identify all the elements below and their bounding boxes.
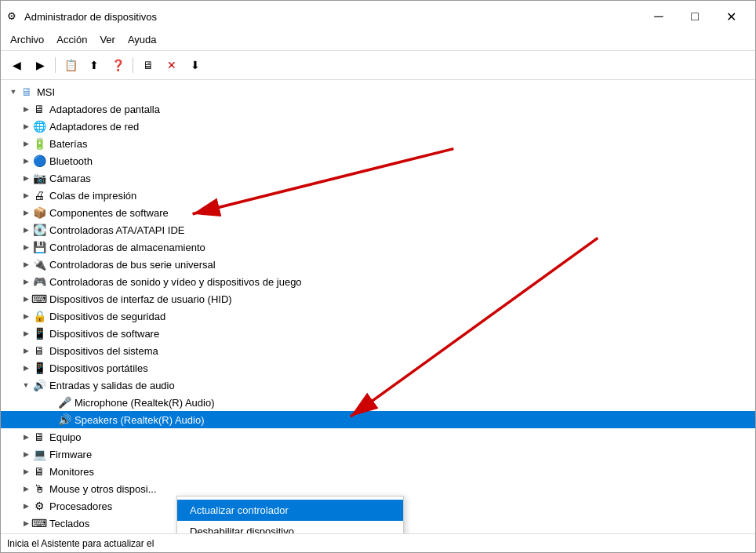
expand-icon[interactable]: ▶	[20, 310, 32, 322]
context-menu-deshabilitar[interactable]: Deshabilitar dispositivo	[177, 521, 403, 533]
tree-root-msi[interactable]: ▼ 🖥 MSI	[1, 83, 755, 100]
tree-item-hid[interactable]: ▶ ⌨ Dispositivos de interfaz de usuario …	[1, 290, 755, 307]
device-tree[interactable]: ▼ 🖥 MSI ▶ 🖥 Adaptadores de pantalla ▶ 🌐 …	[1, 80, 755, 533]
update-driver-button[interactable]: ⬆	[83, 54, 105, 76]
expand-icon[interactable]: ▶	[20, 120, 32, 133]
root-label: MSI	[37, 86, 55, 98]
expand-icon[interactable]: ▶	[20, 155, 32, 167]
expand-icon[interactable]: ▶	[20, 224, 32, 236]
expand-icon[interactable]: ▶	[20, 293, 32, 305]
expand-icon[interactable]: ▶	[20, 448, 32, 460]
expand-icon[interactable]: ▶	[20, 465, 32, 478]
tree-item-software[interactable]: ▶ 📱 Dispositivos de software	[1, 325, 755, 342]
item-icon: 📱	[32, 361, 46, 375]
expand-icon[interactable]: ▶	[20, 517, 32, 529]
toolbar: ◀ ▶ 📋 ⬆ ❓ 🖥 ✕ ⬇	[1, 51, 755, 80]
tree-item-bluetooth[interactable]: ▶ 🔵 Bluetooth	[1, 152, 755, 169]
expand-icon[interactable]: ▶	[20, 103, 32, 115]
menu-archivo[interactable]: Archivo	[4, 31, 50, 49]
expand-icon[interactable]: ▶	[20, 172, 32, 184]
item-icon: 🖥	[32, 464, 46, 478]
tree-item-firmware[interactable]: ▶ 💻 Firmware	[1, 446, 755, 463]
computer-icon: 🖥	[20, 85, 34, 99]
tree-item-adaptadores-pantalla[interactable]: ▶ 🖥 Adaptadores de pantalla	[1, 100, 755, 118]
tree-item-sistema[interactable]: ▶ 🖥 Dispositivos del sistema	[1, 342, 755, 359]
item-icon: 💽	[32, 223, 46, 237]
show-hidden-button[interactable]: 🖥	[137, 54, 159, 76]
tree-item-baterias[interactable]: ▶ 🔋 Baterías	[1, 135, 755, 152]
title-bar-left: ⚙ Administrador de dispositivos	[7, 10, 157, 23]
expand-icon[interactable]: ▶	[20, 344, 32, 357]
tree-item-monitores[interactable]: ▶ 🖥 Monitores	[1, 463, 755, 480]
item-icon: ⚙	[32, 499, 46, 513]
scan-button[interactable]: ⬇	[184, 54, 206, 76]
back-button[interactable]: ◀	[5, 54, 27, 76]
item-icon: 🔋	[32, 136, 46, 151]
tree-item-camaras[interactable]: ▶ 📷 Cámaras	[1, 169, 755, 187]
tree-item-entradas-salidas[interactable]: ▼ 🔊 Entradas y salidas de audio	[1, 377, 755, 394]
expand-icon[interactable]: ▶	[20, 258, 32, 271]
device-manager-window: ⚙ Administrador de dispositivos ─ □ ✕ Ar…	[0, 0, 756, 553]
tree-item-componentes[interactable]: ▶ 📦 Componentes de software	[1, 204, 755, 221]
tree-item-mouse[interactable]: ▶ 🖱 Mouse y otros disposi...	[1, 480, 755, 497]
remove-button[interactable]: ✕	[161, 54, 183, 76]
tree-item-seguridad[interactable]: ▶ 🔒 Dispositivos de seguridad	[1, 307, 755, 325]
item-icon: ⌨	[32, 292, 46, 306]
maximize-button[interactable]: □	[677, 5, 713, 27]
item-icon: 🔊	[57, 413, 71, 427]
tree-item-speakers[interactable]: 🔊 Speakers (Realtek(R) Audio)	[1, 411, 755, 428]
expand-icon[interactable]: ▶	[20, 241, 32, 253]
menu-ayuda[interactable]: Ayuda	[122, 31, 163, 49]
toolbar-separator-1	[55, 57, 56, 73]
expand-icon[interactable]: ▼	[20, 379, 32, 391]
tree-item-microphone[interactable]: 🎤 Microphone (Realtek(R) Audio)	[1, 394, 755, 411]
expand-icon[interactable]: ▶	[20, 275, 32, 288]
menu-ver[interactable]: Ver	[93, 31, 122, 49]
expand-icon[interactable]: ▶	[20, 137, 32, 150]
uninstall-button[interactable]: ❓	[107, 54, 129, 76]
menu-bar: Archivo Acción Ver Ayuda	[1, 29, 755, 51]
item-icon: 🔌	[32, 257, 46, 271]
expand-icon[interactable]: ▶	[20, 206, 32, 219]
properties-button[interactable]: 📋	[60, 54, 82, 76]
close-button[interactable]: ✕	[713, 5, 749, 27]
item-icon: 🖥	[32, 102, 46, 116]
expand-icon[interactable]: ▶	[20, 431, 32, 443]
item-icon: 🖨	[32, 188, 46, 202]
item-icon: 🖥	[32, 430, 46, 444]
expand-icon[interactable]: ▶	[20, 189, 32, 202]
tree-item-ata[interactable]: ▶ 💽 Controladoras ATA/ATAPI IDE	[1, 221, 755, 238]
item-icon: 🔒	[32, 309, 46, 323]
bluetooth-icon: 🔵	[32, 154, 46, 168]
context-menu-actualizar[interactable]: Actualizar controlador	[177, 500, 403, 521]
minimize-button[interactable]: ─	[641, 5, 677, 27]
item-icon: 📱	[32, 326, 46, 340]
tree-item-bus[interactable]: ▶ 🔌 Controladoras de bus serie universal	[1, 256, 755, 273]
window-icon: ⚙	[7, 10, 20, 23]
status-bar: Inicia el Asistente para actualizar el	[1, 533, 755, 552]
item-icon: 🖱	[32, 482, 46, 496]
expand-icon[interactable]: ▶	[20, 482, 32, 495]
main-content: ▼ 🖥 MSI ▶ 🖥 Adaptadores de pantalla ▶ 🌐 …	[1, 80, 755, 533]
item-icon: 💻	[32, 447, 46, 461]
tree-item-portatiles[interactable]: ▶ 📱 Dispositivos portátiles	[1, 359, 755, 377]
item-icon: 💾	[32, 240, 46, 254]
expand-icon[interactable]: ▶	[20, 327, 32, 340]
menu-accion[interactable]: Acción	[50, 31, 93, 49]
tree-item-colas[interactable]: ▶ 🖨 Colas de impresión	[1, 187, 755, 204]
tree-item-sonido[interactable]: ▶ 🎮 Controladoras de sonido y vídeo y di…	[1, 273, 755, 290]
item-icon: 🎤	[57, 395, 71, 409]
item-icon: ⌨	[32, 516, 46, 530]
item-icon: 📷	[32, 171, 46, 185]
item-icon: 🎮	[32, 275, 46, 289]
tree-item-equipo[interactable]: ▶ 🖥 Equipo	[1, 428, 755, 446]
tree-item-adaptadores-red[interactable]: ▶ 🌐 Adaptadores de red	[1, 118, 755, 135]
expand-icon[interactable]: ▶	[20, 362, 32, 374]
expand-icon-msi[interactable]: ▼	[7, 85, 20, 98]
tree-item-almacenamiento[interactable]: ▶ 💾 Controladoras de almacenamiento	[1, 238, 755, 256]
window-title: Administrador de dispositivos	[24, 11, 157, 23]
expand-icon[interactable]: ▶	[20, 500, 32, 512]
item-icon: 📦	[32, 206, 46, 220]
forward-button[interactable]: ▶	[29, 54, 51, 76]
title-controls: ─ □ ✕	[641, 5, 749, 27]
